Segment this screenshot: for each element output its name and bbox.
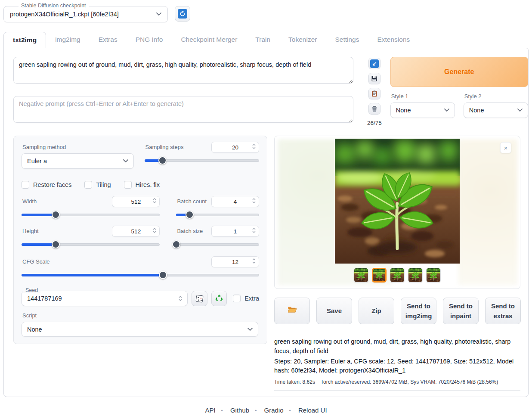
checkbox-icon	[84, 181, 92, 189]
info-time-text: Time taken: 8.62s Torch active/reserved:…	[274, 379, 520, 391]
send-to-img2img-button[interactable]: Send to img2img	[401, 298, 436, 324]
thumbnail-1[interactable]	[354, 268, 368, 283]
bullet-separator: •	[289, 408, 291, 414]
slider-handle[interactable]	[52, 211, 60, 219]
paste-params-button[interactable]: ↙	[368, 58, 380, 69]
footer-link-github[interactable]: Github	[230, 407, 249, 414]
stepper-icon[interactable]	[252, 228, 256, 233]
zip-button[interactable]: Zip	[359, 298, 394, 324]
chevron-down-icon	[156, 12, 161, 16]
tab-train[interactable]: Train	[246, 32, 279, 48]
script-value: None	[27, 326, 247, 333]
tiling-label: Tiling	[96, 181, 111, 188]
hires-fix-checkbox[interactable]: Hires. fix	[124, 181, 160, 189]
tab-extras[interactable]: Extras	[90, 32, 127, 48]
script-dropdown[interactable]: None	[22, 322, 258, 337]
footer-link-reload-ui[interactable]: Reload UI	[298, 407, 327, 414]
apply-style-button[interactable]	[368, 88, 380, 99]
sampling-method-dropdown[interactable]: Euler a	[22, 153, 134, 169]
random-seed-button[interactable]	[192, 291, 207, 306]
batch-count-value: 4	[234, 199, 237, 205]
extra-seed-label: Extra	[244, 295, 259, 302]
batch-size-label: Batch size	[177, 228, 203, 234]
tiling-checkbox[interactable]: Tiling	[84, 181, 111, 189]
prompt-input[interactable]: green sapling rowing out of ground, mud,…	[13, 57, 353, 84]
batch-size-slider[interactable]	[176, 240, 259, 249]
width-input[interactable]: 512	[112, 196, 160, 207]
chevron-down-icon	[123, 159, 128, 163]
checkpoint-dropdown[interactable]: Stable Diffusion checkpoint protogenX34O…	[3, 6, 168, 22]
close-gallery-button[interactable]: ×	[500, 142, 511, 153]
open-folder-icon	[287, 305, 297, 314]
width-value: 512	[131, 199, 141, 205]
batch-count-input[interactable]: 4	[211, 196, 259, 207]
reuse-seed-button[interactable]	[211, 291, 227, 306]
seed-label: Seed	[23, 287, 40, 293]
stepper-icon[interactable]	[252, 258, 256, 264]
thumbnail-5[interactable]	[426, 268, 441, 283]
thumbnail-2-selected[interactable]	[372, 268, 387, 283]
time-taken: Time taken: 8.62s	[274, 379, 315, 385]
refresh-checkpoint-button[interactable]	[175, 6, 190, 22]
output-actions: Save Zip Send to img2img Send to inpaint…	[274, 298, 520, 324]
height-input[interactable]: 512	[112, 226, 160, 237]
stepper-icon[interactable]	[153, 228, 156, 233]
slider-handle[interactable]	[52, 240, 60, 248]
tab-settings[interactable]: Settings	[326, 32, 368, 48]
cfg-scale-slider[interactable]	[22, 271, 259, 279]
seed-input[interactable]: Seed 1441787169	[22, 291, 188, 306]
stepper-icon[interactable]	[153, 198, 156, 203]
style2-value: None	[469, 107, 517, 114]
hires-fix-label: Hires. fix	[136, 181, 160, 188]
height-slider[interactable]	[22, 240, 160, 249]
tab-checkpoint-merger[interactable]: Checkpoint Merger	[172, 32, 246, 48]
clear-prompt-button[interactable]	[368, 103, 380, 115]
save-button[interactable]: Save	[316, 298, 352, 324]
tab-img2img[interactable]: img2img	[46, 32, 90, 48]
tab-extensions[interactable]: Extensions	[368, 32, 419, 48]
batch-count-slider[interactable]	[176, 211, 259, 219]
sampling-steps-slider[interactable]	[145, 156, 259, 165]
style2-dropdown[interactable]: None	[464, 102, 528, 118]
slider-handle[interactable]	[172, 240, 180, 248]
clipboard-icon	[371, 90, 378, 97]
checkpoint-value: protogenX34OfficialR_1.ckpt [60fe2f34]	[10, 11, 156, 18]
refresh-icon	[178, 9, 187, 19]
style1-dropdown[interactable]: None	[390, 102, 455, 118]
batch-size-value: 1	[234, 228, 237, 235]
generation-settings-panel: Sampling method Euler a Sampling steps 2…	[13, 136, 267, 344]
slider-handle[interactable]	[158, 156, 167, 165]
cfg-scale-input[interactable]: 12	[211, 256, 259, 267]
bullet-separator: •	[255, 408, 257, 414]
width-slider[interactable]	[22, 211, 160, 219]
sampling-steps-value: 20	[232, 144, 238, 151]
save-style-button[interactable]	[368, 73, 380, 84]
stepper-icon[interactable]	[252, 144, 256, 149]
generate-button[interactable]: Generate	[390, 57, 528, 87]
extra-seed-checkbox[interactable]: Extra	[233, 295, 259, 302]
slider-handle[interactable]	[159, 271, 167, 279]
generated-image[interactable]	[335, 139, 460, 264]
vram-stats: Torch active/reserved: 3699/4702 MiB, Sy…	[321, 379, 498, 385]
negative-prompt-input[interactable]	[13, 96, 353, 123]
stepper-icon[interactable]	[179, 296, 182, 301]
restore-faces-checkbox[interactable]: Restore faces	[22, 181, 71, 189]
tab-tokenizer[interactable]: Tokenizer	[279, 32, 326, 48]
send-to-inpaint-button[interactable]: Send to inpaint	[443, 298, 479, 324]
sampling-steps-input[interactable]: 20	[211, 142, 259, 153]
send-to-extras-button[interactable]: Send to extras	[485, 298, 521, 324]
footer-link-gradio[interactable]: Gradio	[264, 407, 284, 414]
thumbnail-3[interactable]	[390, 268, 405, 283]
restore-faces-label: Restore faces	[33, 181, 71, 188]
tab-txt2img[interactable]: txt2img	[3, 32, 46, 48]
tab-png-info[interactable]: PNG Info	[127, 32, 172, 48]
result-gallery: ×	[274, 136, 520, 289]
batch-size-input[interactable]: 1	[211, 226, 259, 237]
paste-params-icon: ↙	[370, 59, 379, 68]
stepper-icon[interactable]	[252, 198, 256, 203]
open-folder-button[interactable]	[274, 298, 310, 324]
slider-handle[interactable]	[186, 211, 194, 219]
thumbnail-4[interactable]	[408, 268, 423, 283]
info-prompt-text: green sapling rowing out of ground, mud,…	[274, 337, 515, 356]
footer-link-api[interactable]: API	[205, 407, 215, 414]
